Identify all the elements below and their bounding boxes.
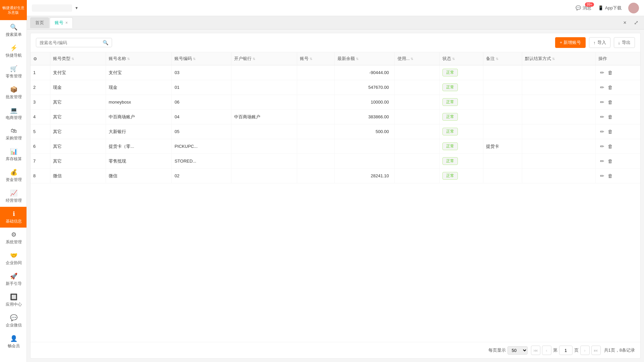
sidebar-item-wholesale[interactable]: 📦批发管理 (0, 82, 26, 103)
sort-icon-account: ⇅ (310, 57, 312, 61)
wholesale-icon: 📦 (10, 86, 17, 93)
delete-button-2[interactable]: 🗑 (606, 99, 614, 106)
row-no-7: 8 (31, 169, 50, 183)
row-balance-7: 28241.10 (334, 169, 394, 183)
topbar-search[interactable] (32, 4, 72, 12)
row-code-4: 05 (172, 124, 231, 139)
tab-home[interactable]: 首页 (30, 17, 49, 28)
col-type[interactable]: 账号类型⇅ (50, 52, 106, 65)
table-container: ⚙账号类型⇅账号名称⇅账号编码⇅开户银行⇅账号⇅最新余额⇅使用...⇅状态⇅备注… (31, 52, 640, 342)
row-bank-6 (231, 154, 297, 169)
table-row: 5其它大新银行05500.00正常✏🗑 (31, 124, 640, 139)
sidebar-item-retail[interactable]: 🛒零售管理 (0, 62, 26, 82)
edit-button-1[interactable]: ✏ (598, 84, 606, 91)
row-remark-7 (483, 169, 522, 183)
col-default_payment[interactable]: 默认结算方式⇅ (522, 52, 595, 65)
topbar-search-input[interactable] (35, 6, 69, 10)
messages-button[interactable]: 💬 消息 99+ (576, 5, 591, 11)
row-remark-4 (483, 124, 522, 139)
sidebar-item-purchase[interactable]: 🛍采购管理 (0, 124, 26, 144)
edit-button-5[interactable]: ✏ (598, 143, 606, 150)
status-badge-7: 正常 (442, 172, 458, 180)
purchase-icon: 🛍 (11, 127, 17, 134)
row-account-0 (297, 65, 335, 80)
sidebar-item-app_center[interactable]: 🔲应用中心 (0, 290, 26, 311)
sidebar-item-guide[interactable]: 🚀新手引导 (0, 269, 26, 290)
table-row: 3其它moneybosx0610000.00正常✏🗑 (31, 95, 640, 110)
col-usage[interactable]: 使用...⇅ (394, 52, 439, 65)
sidebar-item-basic[interactable]: ℹ基础信息 (0, 207, 26, 228)
delete-button-7[interactable]: 🗑 (606, 172, 614, 179)
search-input[interactable] (40, 40, 100, 45)
row-type-3: 其它 (50, 110, 106, 124)
col-status[interactable]: 状态⇅ (439, 52, 483, 65)
sort-icon-usage: ⇅ (411, 57, 413, 61)
per-page-select[interactable]: 50 100 (507, 346, 528, 355)
sidebar-item-quick[interactable]: ⚡快捷导航 (0, 41, 26, 62)
delete-button-5[interactable]: 🗑 (606, 143, 614, 150)
tab-account[interactable]: 账号× (50, 17, 73, 28)
sidebar-item-inventory[interactable]: 📊库存核算 (0, 144, 26, 165)
first-page-button[interactable]: ⏮ (531, 346, 540, 355)
expand-button[interactable]: ⤢ (631, 18, 641, 27)
app-icon: 📱 (598, 5, 603, 10)
topbar-dropdown[interactable]: ▾ (75, 5, 78, 10)
search-icon[interactable]: 🔍 (103, 40, 108, 45)
delete-button-4[interactable]: 🗑 (606, 128, 614, 135)
edit-button-3[interactable]: ✏ (598, 113, 606, 121)
sidebar-item-member[interactable]: 👤畅会员 (0, 331, 26, 352)
sidebar-item-operation[interactable]: 📈经营管理 (0, 186, 26, 207)
col-name[interactable]: 账号名称⇅ (106, 52, 172, 65)
status-badge-4: 正常 (442, 128, 458, 135)
sidebar-item-search[interactable]: 🔍搜索菜单 (0, 20, 26, 41)
close-all-tabs-button[interactable]: × (620, 18, 630, 27)
col-account[interactable]: 账号⇅ (297, 52, 335, 65)
prev-page-button[interactable]: ‹ (542, 346, 551, 355)
edit-button-4[interactable]: ✏ (598, 128, 606, 135)
row-type-6: 其它 (50, 154, 106, 169)
app-download-button[interactable]: 📱 App下载 (598, 5, 622, 11)
delete-button-0[interactable]: 🗑 (606, 69, 614, 76)
user-avatar[interactable] (628, 3, 639, 13)
delete-button-1[interactable]: 🗑 (606, 84, 614, 91)
row-status-4: 正常 (439, 124, 483, 139)
row-no-6: 7 (31, 154, 50, 169)
row-no-3: 4 (31, 110, 50, 124)
table-row: 8微信微信0228241.10正常✏🗑 (31, 169, 640, 183)
delete-button-6[interactable]: 🗑 (606, 158, 614, 165)
sidebar-item-label: 电商管理 (6, 115, 22, 121)
next-page-button[interactable]: › (580, 346, 590, 355)
app-download-label: App下载 (605, 5, 622, 11)
sidebar-item-label: 库存核算 (6, 156, 22, 162)
status-badge-1: 正常 (442, 83, 458, 91)
export-button[interactable]: ↓ 导出 (614, 37, 635, 48)
row-actions-2: ✏🗑 (596, 95, 640, 110)
sidebar-item-agreement[interactable]: 🤝企业协同 (0, 248, 26, 269)
sidebar-item-finance[interactable]: 💰资金管理 (0, 165, 26, 186)
col-bank[interactable]: 开户银行⇅ (231, 52, 297, 65)
edit-button-7[interactable]: ✏ (598, 172, 606, 180)
col-code[interactable]: 账号编码⇅ (172, 52, 231, 65)
sidebar-item-ecommerce[interactable]: 💻电商管理 (0, 103, 26, 124)
edit-button-6[interactable]: ✏ (598, 158, 606, 165)
col-balance[interactable]: 最新余额⇅ (334, 52, 394, 65)
col-remark[interactable]: 备注⇅ (483, 52, 522, 65)
status-badge-0: 正常 (442, 69, 458, 76)
table-row: 7其它零售抵现STORED...正常✏🗑 (31, 154, 640, 169)
row-code-3: 04 (172, 110, 231, 124)
row-usage-1 (394, 80, 439, 95)
retail-icon: 🛒 (10, 65, 17, 72)
page-input[interactable] (559, 346, 573, 355)
sidebar-item-system[interactable]: ⚙系统管理 (0, 228, 26, 248)
edit-button-2[interactable]: ✏ (598, 99, 606, 106)
delete-button-3[interactable]: 🗑 (606, 113, 614, 120)
row-status-5: 正常 (439, 139, 483, 154)
last-page-button[interactable]: ⏭ (591, 346, 601, 355)
edit-button-0[interactable]: ✏ (598, 69, 606, 76)
add-account-button[interactable]: + 新增账号 (555, 37, 586, 48)
import-button[interactable]: ↑ 导入 (589, 37, 610, 48)
row-name-4: 大新银行 (106, 124, 172, 139)
sidebar-item-wechat[interactable]: 💬企业微信 (0, 311, 26, 331)
search-box[interactable]: 🔍 (36, 38, 112, 47)
tab-close-account[interactable]: × (65, 20, 68, 25)
